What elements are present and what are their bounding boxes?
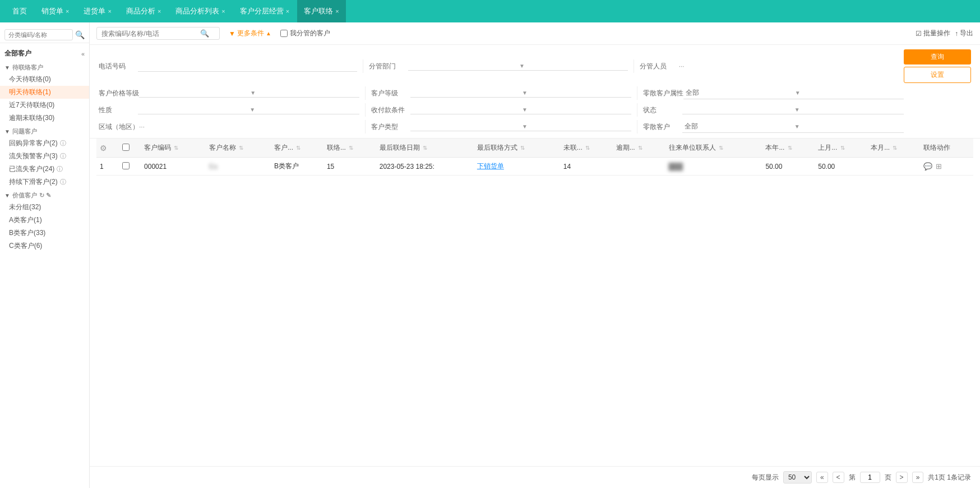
col-overdue[interactable]: 逾期... ⇅ bbox=[613, 139, 665, 158]
cell-last-month: 50.00 bbox=[815, 158, 867, 176]
reset-button[interactable]: 设置 bbox=[904, 67, 971, 83]
col-customer-type[interactable]: 客户... ⇅ bbox=[271, 139, 323, 158]
customer-type-select[interactable]: ▼ bbox=[410, 122, 632, 131]
col-customer-code[interactable]: 客户编码 ⇅ bbox=[141, 139, 206, 158]
sort-icon-type: ⇅ bbox=[296, 145, 301, 151]
search-input[interactable] bbox=[101, 30, 197, 38]
sidebar-item-continuous-decline[interactable]: 持续下滑客户(2) ⓘ bbox=[0, 176, 89, 188]
row-checkbox[interactable] bbox=[122, 162, 130, 169]
phone-input[interactable] bbox=[138, 61, 357, 72]
table-row: 1 000021 Ea B类客户 15 2023-05-23 18:25: 下销… bbox=[96, 158, 973, 176]
sidebar-item-week7[interactable]: 近7天待联络(0) bbox=[0, 99, 89, 112]
search-submit-icon[interactable]: 🔍 bbox=[200, 29, 209, 38]
my-customers-checkbox-label: 我分管的客户 bbox=[280, 29, 330, 38]
sidebar-item-c-class[interactable]: C类客户(6) bbox=[0, 240, 89, 252]
batch-operation-button[interactable]: ☑ 批量操作 bbox=[916, 29, 950, 38]
nav-home[interactable]: 首页 bbox=[6, 0, 34, 22]
dept-select[interactable]: ▼ bbox=[408, 62, 627, 71]
unit-contact-blurred: ███ bbox=[669, 163, 683, 171]
sidebar-collapse-btn[interactable]: « bbox=[81, 50, 85, 57]
page-size-select[interactable]: 50 100 200 bbox=[783, 471, 812, 484]
col-uncontacted[interactable]: 未联... ⇅ bbox=[560, 139, 613, 158]
cell-index: 1 bbox=[96, 158, 119, 176]
nav-product-analysis[interactable]: 商品分析 × bbox=[119, 0, 168, 22]
col-contact-count[interactable]: 联络... ⇅ bbox=[323, 139, 376, 158]
query-button[interactable]: 查询 bbox=[904, 49, 971, 65]
col-last-contact-method[interactable]: 最后联络方式 ⇅ bbox=[474, 139, 560, 158]
sidebar-item-tomorrow[interactable]: 明天待联络(1) bbox=[0, 86, 89, 99]
col-unit-contact[interactable]: 往来单位联系人 ⇅ bbox=[665, 139, 762, 158]
col-last-month[interactable]: 上月... ⇅ bbox=[815, 139, 867, 158]
export-button[interactable]: ↑ 导出 bbox=[955, 29, 973, 38]
col-last-contact-date[interactable]: 最后联络日期 ⇅ bbox=[376, 139, 474, 158]
sidebar-item-today[interactable]: 今天待联络(0) bbox=[0, 73, 89, 86]
col-this-year[interactable]: 本年... ⇅ bbox=[762, 139, 815, 158]
nav-customer-segment-close[interactable]: × bbox=[286, 0, 289, 22]
refresh-icon[interactable]: ↻ bbox=[39, 192, 44, 199]
status-arrow: ▼ bbox=[794, 107, 902, 113]
nav-customer-contact[interactable]: 客户联络 × bbox=[297, 0, 345, 22]
select-all-checkbox[interactable] bbox=[122, 144, 130, 151]
sidebar-item-unsorted[interactable]: 未分组(32) bbox=[0, 201, 89, 214]
filter-cell-retail-customer: 零散客户 全部 ▼ bbox=[643, 121, 904, 133]
section-problem-customers[interactable]: ▼ 问题客户 bbox=[0, 125, 89, 137]
nav-customer-segment[interactable]: 客户分层经营 × bbox=[233, 0, 296, 22]
nature-arrow: ▼ bbox=[249, 107, 357, 113]
nav-sales-close[interactable]: × bbox=[66, 0, 69, 22]
nav-purchase[interactable]: 进货单 × bbox=[77, 0, 118, 22]
first-page-button[interactable]: « bbox=[816, 472, 828, 483]
filter-icon: ▼ bbox=[229, 30, 235, 38]
more-filter-button[interactable]: ▼ 更多条件 ▲ bbox=[225, 27, 275, 40]
page-number-input[interactable] bbox=[860, 472, 880, 483]
region-more-btn[interactable]: ··· bbox=[139, 123, 145, 131]
customer-level-select[interactable]: ▼ bbox=[410, 89, 632, 98]
info-icon-2: ⓘ bbox=[60, 152, 66, 160]
col-customer-name[interactable]: 客户名称 ⇅ bbox=[206, 139, 271, 158]
sidebar-item-a-class[interactable]: A类客户(1) bbox=[0, 214, 89, 227]
retail-attr-select[interactable]: 全部 ▼ bbox=[683, 87, 904, 99]
nav-product-analysis-close[interactable]: × bbox=[158, 0, 161, 22]
sidebar-item-b-class[interactable]: B类客户(33) bbox=[0, 227, 89, 240]
grid-action-icon[interactable]: ⊞ bbox=[936, 162, 942, 171]
retail-customer-select[interactable]: 全部 ▼ bbox=[682, 121, 904, 133]
sidebar-item-lost[interactable]: 已流失客户(24) ⓘ bbox=[0, 163, 89, 176]
last-contact-method-link[interactable]: 下销货单 bbox=[477, 162, 504, 170]
sidebar-item-repurchase-abnormal[interactable]: 回购异常客户(2) ⓘ bbox=[0, 137, 89, 150]
my-customers-checkbox[interactable] bbox=[280, 30, 288, 37]
filter-row-3: 性质 ▼ 收付款条件 ▼ 状态 bbox=[99, 103, 971, 117]
sidebar-item-lost-risk[interactable]: 流失预警客户(3) ⓘ bbox=[0, 150, 89, 163]
dept-select-arrow: ▼ bbox=[519, 63, 626, 69]
filter-cell-manager: 分管人员 ··· bbox=[640, 62, 898, 71]
column-settings-icon[interactable]: ⚙ bbox=[100, 144, 107, 153]
sort-icon-code: ⇅ bbox=[174, 145, 178, 151]
cell-type: B类客户 bbox=[271, 158, 323, 176]
retail-customer-arrow: ▼ bbox=[794, 123, 902, 130]
next-page-button[interactable]: > bbox=[896, 472, 908, 483]
section-pending-contact[interactable]: ▼ 待联络客户 bbox=[0, 61, 89, 73]
sort-icon-method: ⇅ bbox=[520, 145, 525, 151]
payment-select[interactable]: ▼ bbox=[410, 105, 632, 114]
sidebar-item-overdue[interactable]: 逾期未联络(30) bbox=[0, 112, 89, 125]
sidebar-search-icon[interactable]: 🔍 bbox=[75, 30, 85, 39]
manager-more-btn[interactable]: ··· bbox=[679, 62, 685, 70]
nav-product-analysis-list-close[interactable]: × bbox=[221, 0, 225, 22]
all-customers-header[interactable]: 全部客户 « bbox=[0, 47, 89, 61]
cell-unit-contact: ███ bbox=[665, 158, 762, 176]
price-level-select[interactable]: ▼ bbox=[139, 89, 359, 98]
prev-page-button[interactable]: < bbox=[833, 472, 844, 483]
search-bar: 🔍 ▼ 更多条件 ▲ 我分管的客户 ☑ 批量操作 ↑ 导出 bbox=[90, 22, 980, 45]
nav-sales[interactable]: 销货单 × bbox=[35, 0, 76, 22]
nav-customer-contact-close[interactable]: × bbox=[335, 0, 339, 22]
edit-icon[interactable]: ✎ bbox=[46, 192, 51, 199]
nature-select[interactable]: ▼ bbox=[138, 105, 359, 114]
filter-row-4: 区域（地区） ··· 客户类型 ▼ 零散客户 全部 ▼ bbox=[99, 120, 971, 133]
status-select[interactable]: ▼ bbox=[682, 105, 904, 114]
col-this-month[interactable]: 本月... ⇅ bbox=[867, 139, 920, 158]
nav-product-analysis-list[interactable]: 商品分析列表 × bbox=[169, 0, 232, 22]
nav-purchase-close[interactable]: × bbox=[108, 0, 111, 22]
last-page-button[interactable]: » bbox=[912, 472, 924, 483]
filter-chevron-icon: ▲ bbox=[266, 30, 271, 36]
section-value-customers[interactable]: ▼ 价值客户 ↻ ✎ bbox=[0, 188, 89, 201]
comment-action-icon[interactable]: 💬 bbox=[923, 162, 932, 171]
sidebar-search-input[interactable] bbox=[4, 29, 73, 40]
